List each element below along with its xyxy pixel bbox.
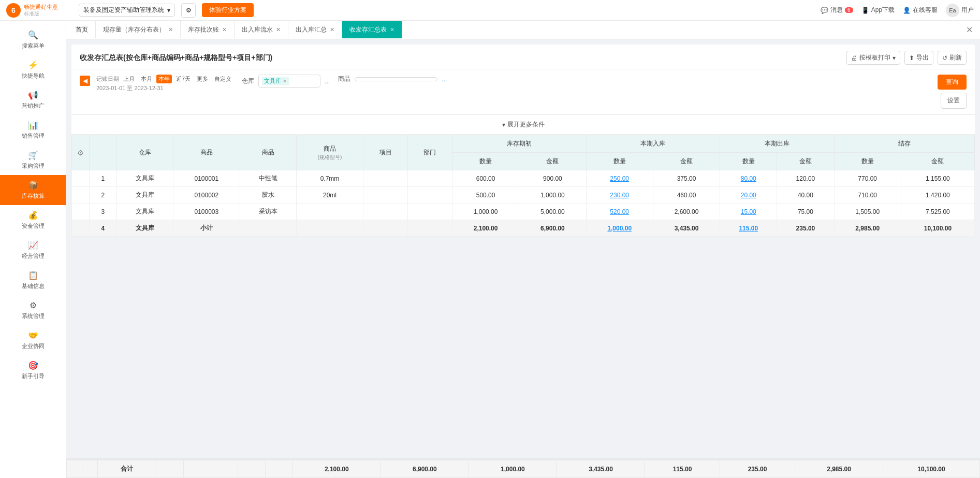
sidebar-item-finance[interactable]: 💰 资金管理 [0,205,66,235]
table-settings-icon[interactable]: ⚙ [77,149,84,157]
subtotal-start-amount: 6,900.00 [519,220,586,237]
tab-close-icon[interactable]: ✕ [276,26,281,33]
footer-total: 合计 2,100.00 6,900.00 1,000.00 3,435.00 1… [66,458,980,478]
settings-button[interactable]: 设置 [941,93,967,109]
date-last-month[interactable]: 上月 [121,75,137,83]
cell-out-qty[interactable]: 15.00 [720,204,777,220]
tab-batch[interactable]: 库存批次账 ✕ [181,21,235,38]
page-title: 收发存汇总表(按仓库+商品编码+商品+规格型号+项目+部门) [80,53,272,63]
refresh-button[interactable]: ↺ 刷新 [938,51,967,65]
total-in-amount: 3,435.00 [557,460,645,478]
cell-out-qty[interactable]: 80.00 [720,170,777,187]
tab-bar: 首页 现存量（库存分布表） ✕ 库存批次账 ✕ 出入库流水 ✕ 出入库汇总 ✕ … [66,21,980,39]
cell-end-amount: 7,525.00 [901,204,974,220]
online-service-item[interactable]: 👤 在线客服 [903,6,938,15]
close-all-tabs[interactable]: ✕ [961,25,978,35]
date-custom[interactable]: 自定义 [212,75,233,83]
cell-in-qty[interactable]: 520.00 [586,204,653,220]
cell-out-qty[interactable]: 20.00 [720,187,777,204]
settings-icon[interactable]: ⚙ [181,3,196,18]
subtotal-label: 小计 [173,220,240,237]
date-this-month[interactable]: 本月 [139,75,154,83]
tab-receive-summary[interactable]: 收发存汇总表 ✕ [342,21,402,38]
warehouse-more[interactable]: ... [325,78,330,85]
print-button[interactable]: 🖨 按模板打印 ▾ [846,51,900,65]
cell-end-amount: 1,420.00 [901,187,974,204]
tab-home[interactable]: 首页 [68,21,96,38]
sidebar-item-operations[interactable]: 📈 经营管理 [0,235,66,265]
cell-out-amount: 40.00 [777,187,834,204]
product-input[interactable] [355,77,437,81]
guide-icon: 🎯 [28,360,38,370]
subtotal-in-qty[interactable]: 1,000.00 [586,220,653,237]
cell-start-qty: 1,000.00 [452,204,519,220]
filter-row: 记账日期 上月 本月 本年 近7天 更多 自定义 2023-01-01 至 20… [96,75,931,92]
expand-conditions-button[interactable]: ▾ 展开更多条件 [497,118,550,131]
total-out-qty: 115.00 [645,460,720,478]
warehouse-tag-remove[interactable]: ✕ [283,78,287,84]
cell-out-amount: 75.00 [777,204,834,220]
cell-dept [408,187,452,204]
subtotal-no: 4 [90,220,117,237]
tab-close-icon[interactable]: ✕ [222,26,227,33]
tab-close-icon[interactable]: ✕ [390,26,394,33]
col-out-amount: 金额 [777,153,834,170]
enterprise-icon: 🤝 [28,330,38,340]
tab-flow[interactable]: 出入库流水 ✕ [235,21,288,38]
app-download-item[interactable]: 📱 App下载 [861,6,895,15]
col-balance-header: 结存 [834,135,974,153]
cell-end-qty: 1,505.00 [834,204,901,220]
filter-toggle[interactable]: ◀ [80,76,90,86]
cell-in-qty[interactable]: 250.00 [586,170,653,187]
product-more[interactable]: ... [442,76,447,83]
sidebar-item-enterprise[interactable]: 🤝 企业协同 [0,325,66,355]
sidebar-item-basics[interactable]: 📋 基础信息 [0,265,66,295]
cell-code: 0100001 [173,170,240,187]
marketing-icon: 📢 [28,90,38,100]
subtotal-out-qty[interactable]: 115.00 [720,220,777,237]
top-right: 💬 消息 6 📱 App下载 👤 在线客服 Ea 用户 [821,4,974,17]
printer-icon: 🖨 [851,54,857,62]
avatar: Ea [946,4,959,17]
date-options: 记账日期 上月 本月 本年 近7天 更多 自定义 [96,75,233,83]
sales-icon: 📊 [28,120,38,130]
table-wrapper: ⚙ 仓库 商品 商品 商品(规格型号) 项目 部门 库存期初 本期入库 [71,135,975,237]
tab-close-icon[interactable]: ✕ [168,26,173,33]
tab-inventory-dist[interactable]: 现存量（库存分布表） ✕ [96,21,181,38]
sidebar-item-system[interactable]: ⚙ 系统管理 [0,295,66,325]
operations-icon: 📈 [28,240,38,250]
export-button[interactable]: ⬆ 导出 [904,51,933,65]
warehouse-input[interactable]: 文具库 ✕ [258,75,320,88]
purchase-icon: 🛒 [28,150,38,160]
message-item[interactable]: 💬 消息 6 [821,6,853,15]
date-more[interactable]: 更多 [195,75,210,83]
tab-inout-summary[interactable]: 出入库汇总 ✕ [288,21,342,38]
sidebar-item-sales[interactable]: 📊 销售管理 [0,115,66,145]
expand-row: ▾ 展开更多条件 [71,114,975,135]
cell-warehouse: 文具库 [116,204,173,220]
col-out-qty: 数量 [720,153,777,170]
cell-in-qty[interactable]: 230.00 [586,187,653,204]
cell-no: 2 [90,187,117,204]
col-dept-header: 部门 [408,135,452,170]
sidebar-item-search[interactable]: 🔍 搜索菜单 [0,25,66,55]
query-button[interactable]: 查询 [938,75,967,90]
date-7days[interactable]: 近7天 [174,75,193,83]
sidebar-item-quicknav[interactable]: ⚡ 快捷导航 [0,55,66,85]
subtotal-end-amount: 10,100.00 [901,220,974,237]
total-end-qty: 2,985.00 [795,460,883,478]
trial-button[interactable]: 体验行业方案 [202,3,254,17]
system-title[interactable]: 装备及固定资产辅助管理系统 ▾ [79,4,175,17]
layout: 🔍 搜索菜单 ⚡ 快捷导航 📢 营销推广 📊 销售管理 🛒 采购管理 📦 库存核… [0,21,980,478]
sidebar-item-marketing[interactable]: 📢 营销推广 [0,85,66,115]
logo-text: 畅捷通好生意 标准版 [24,3,58,17]
sidebar-item-purchase[interactable]: 🛒 采购管理 [0,145,66,175]
user-item[interactable]: Ea 用户 [946,4,974,17]
tab-close-icon[interactable]: ✕ [330,26,334,33]
date-this-year[interactable]: 本年 [156,75,172,83]
sidebar-item-guide[interactable]: 🎯 新手引导 [0,355,66,385]
sidebar-item-inventory[interactable]: 📦 库存核算 [0,175,66,205]
total-row: 合计 2,100.00 6,900.00 1,000.00 3,435.00 1… [67,460,980,478]
message-badge: 6 [845,7,853,13]
cell-spec: 20ml [296,187,363,204]
